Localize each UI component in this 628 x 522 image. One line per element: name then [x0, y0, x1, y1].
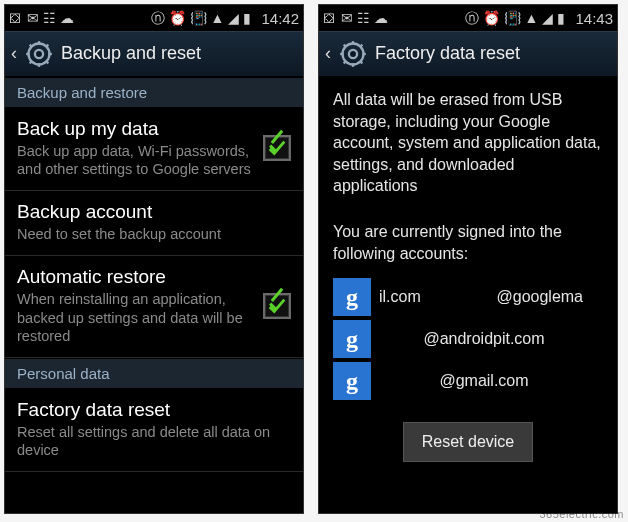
- back-icon[interactable]: ‹: [325, 43, 331, 64]
- dropbox-icon: ⛋: [9, 11, 23, 25]
- status-time: 14:43: [575, 10, 613, 27]
- account-row: g @androidpit.com: [333, 320, 603, 358]
- item-subtitle: Back up app data, Wi-Fi passwords, and o…: [17, 142, 253, 178]
- item-title: Automatic restore: [17, 266, 253, 288]
- action-bar[interactable]: ‹ Backup and reset: [5, 31, 303, 77]
- talk-icon: ☁: [374, 11, 388, 25]
- account-row: g @gmail.com: [333, 362, 603, 400]
- svg-line-17: [360, 61, 362, 63]
- wifi-icon: ▲: [525, 11, 539, 25]
- status-time: 14:42: [261, 10, 299, 27]
- item-title: Back up my data: [17, 118, 253, 140]
- settings-icon: [339, 40, 367, 68]
- item-subtitle: Reset all settings and delete all data o…: [17, 423, 291, 459]
- sync-icon: ☷: [43, 11, 56, 25]
- battery-icon: ▮: [243, 11, 251, 25]
- reset-device-button[interactable]: Reset device: [403, 422, 534, 462]
- action-bar-title: Backup and reset: [61, 43, 201, 64]
- svg-point-11: [349, 49, 357, 57]
- svg-line-19: [360, 44, 362, 46]
- settings-icon: [25, 40, 53, 68]
- item-backup-my-data[interactable]: Back up my data Back up app data, Wi-Fi …: [5, 108, 303, 191]
- sync-icon: ☷: [357, 11, 370, 25]
- signal-icon: ◢: [542, 11, 553, 25]
- factory-reset-content: All data will be erased from USB storage…: [319, 77, 617, 513]
- item-factory-reset[interactable]: Factory data reset Reset all settings an…: [5, 389, 303, 472]
- talk-icon: ☁: [60, 11, 74, 25]
- phone-right: ⛋ ✉ ☷ ☁ ⓝ ⏰ 📳 ▲ ◢ ▮ 14:43 ‹ Factory data…: [318, 4, 618, 514]
- section-backup-restore: Backup and restore: [5, 77, 303, 108]
- vibrate-icon: 📳: [504, 11, 521, 25]
- nfc-icon: ⓝ: [465, 11, 479, 25]
- vibrate-icon: 📳: [190, 11, 207, 25]
- item-subtitle: Need to set the backup account: [17, 225, 291, 243]
- settings-list: Backup and restore Back up my data Back …: [5, 77, 303, 513]
- signal-icon: ◢: [228, 11, 239, 25]
- google-icon: g: [333, 320, 371, 358]
- alarm-icon: ⏰: [169, 11, 186, 25]
- svg-point-1: [35, 49, 43, 57]
- account-email-fragment: il.com: [379, 286, 421, 308]
- section-personal-data: Personal data: [5, 358, 303, 389]
- item-backup-account[interactable]: Backup account Need to set the backup ac…: [5, 191, 303, 256]
- checkbox-backup-my-data[interactable]: [263, 135, 291, 161]
- svg-line-18: [344, 61, 346, 63]
- google-icon: g: [333, 362, 371, 400]
- checkbox-automatic-restore[interactable]: [263, 293, 291, 319]
- accounts-list: g il.com @googlema g @androidpit.com g @…: [333, 274, 603, 404]
- signed-in-label: You are currently signed into the follow…: [333, 221, 603, 264]
- mail-icon: ✉: [27, 11, 39, 25]
- action-bar-title: Factory data reset: [375, 43, 520, 64]
- item-title: Backup account: [17, 201, 291, 223]
- action-bar[interactable]: ‹ Factory data reset: [319, 31, 617, 77]
- account-email: @googlema: [435, 286, 603, 308]
- item-automatic-restore[interactable]: Automatic restore When reinstalling an a…: [5, 256, 303, 357]
- account-row: g il.com @googlema: [333, 278, 603, 316]
- phone-left: ⛋ ✉ ☷ ☁ ⓝ ⏰ 📳 ▲ ◢ ▮ 14:42 ‹ Backup and r…: [4, 4, 304, 514]
- svg-line-16: [344, 44, 346, 46]
- mail-icon: ✉: [341, 11, 353, 25]
- battery-icon: ▮: [557, 11, 565, 25]
- watermark: 365electric.com: [539, 508, 624, 520]
- svg-line-8: [30, 61, 32, 63]
- alarm-icon: ⏰: [483, 11, 500, 25]
- nfc-icon: ⓝ: [151, 11, 165, 25]
- svg-line-9: [46, 44, 48, 46]
- item-subtitle: When reinstalling an application, backed…: [17, 290, 253, 344]
- status-bar: ⛋ ✉ ☷ ☁ ⓝ ⏰ 📳 ▲ ◢ ▮ 14:42: [5, 5, 303, 31]
- status-bar: ⛋ ✉ ☷ ☁ ⓝ ⏰ 📳 ▲ ◢ ▮ 14:43: [319, 5, 617, 31]
- item-title: Factory data reset: [17, 399, 291, 421]
- warning-text: All data will be erased from USB storage…: [333, 89, 603, 197]
- svg-line-6: [30, 44, 32, 46]
- account-email: @gmail.com: [385, 370, 603, 392]
- svg-line-7: [46, 61, 48, 63]
- account-email: @androidpit.com: [385, 328, 603, 350]
- back-icon[interactable]: ‹: [11, 43, 17, 64]
- google-icon: g: [333, 278, 371, 316]
- dropbox-icon: ⛋: [323, 11, 337, 25]
- wifi-icon: ▲: [211, 11, 225, 25]
